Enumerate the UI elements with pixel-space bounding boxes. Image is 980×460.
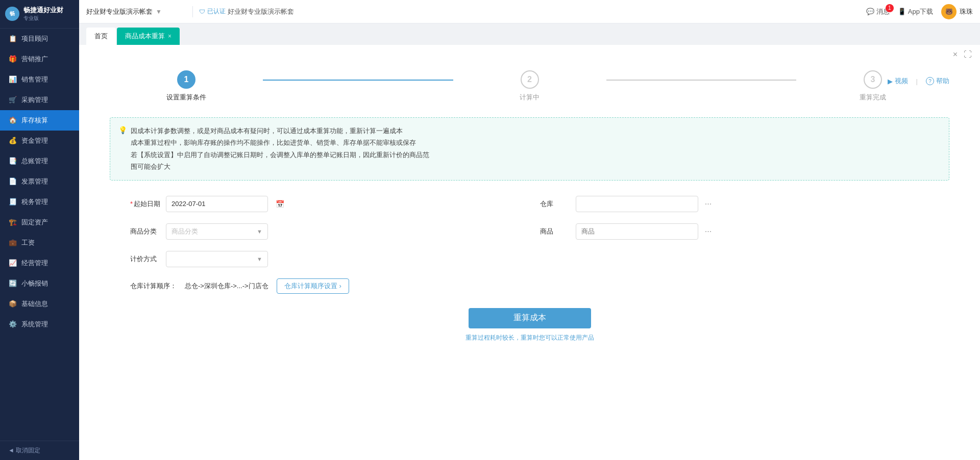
sidebar-item-assets[interactable]: 🏗️ 固定资产 (0, 212, 79, 233)
start-date-input-wrapper: 📅 (166, 196, 288, 212)
goods-dots-button[interactable]: ··· (700, 223, 717, 240)
tab-home[interactable]: 首页 (86, 28, 116, 45)
step-label-2: 计算中 (520, 93, 540, 102)
tab-recalc-label: 商品成本重算 (125, 32, 165, 41)
sidebar-item-label: 固定资产 (21, 218, 48, 227)
app-edition: 专业版 (23, 15, 63, 22)
form-section: *起始日期 📅 仓库 ··· 商 (110, 196, 949, 342)
sidebar-item-sales[interactable]: 📊 销售管理 (0, 69, 79, 90)
sidebar-item-payroll[interactable]: 💼 工资 (0, 233, 79, 253)
start-date-input[interactable] (166, 196, 268, 212)
step-line-2 (606, 80, 797, 81)
system-icon: ⚙️ (8, 320, 17, 329)
step-label-3: 重算完成 (860, 93, 886, 102)
verified-badge: 已认证 (207, 7, 226, 16)
step-circle-2: 2 (521, 70, 539, 89)
phone-icon: 📱 (898, 8, 906, 15)
warehouse-order-settings-button[interactable]: 仓库计算顺序设置 › (277, 278, 349, 294)
sidebar-item-inventory[interactable]: 🏠 库存核算 (0, 110, 79, 131)
warehouse-input[interactable] (576, 196, 698, 212)
sidebar-item-invoice[interactable]: 📄 发票管理 (0, 171, 79, 192)
app-name: 畅捷通好业财 (23, 6, 63, 15)
form-row-1: *起始日期 📅 仓库 ··· (130, 196, 929, 212)
warehouse-label: 仓库 (540, 199, 571, 209)
app-download-button[interactable]: 📱 App下载 (898, 7, 933, 16)
pricing-label: 计价方式 (130, 254, 161, 264)
app-download-label: App下载 (908, 7, 933, 16)
category-select[interactable]: 商品分类 ▼ (166, 223, 268, 240)
account-dropdown-icon[interactable]: ▼ (156, 8, 162, 15)
topbar-account[interactable]: 好业财专业版演示帐套 ▼ (86, 7, 188, 16)
finance-icon: 💰 (8, 136, 17, 145)
sidebar-item-label: 基础信息 (21, 299, 48, 309)
ledger-icon: 📑 (8, 157, 17, 166)
step-circle-3: 3 (864, 70, 882, 89)
sidebar-item-label: 总账管理 (21, 157, 48, 166)
video-help-button[interactable]: ▶ 视频 (888, 76, 908, 86)
warehouse-dots-button[interactable]: ··· (700, 196, 717, 212)
app-logo: 畅 (5, 7, 19, 21)
sidebar-item-label: 经营管理 (21, 259, 48, 268)
username-label: 珠珠 (960, 7, 973, 16)
sidebar-item-project[interactable]: 📋 项目顾问 (0, 29, 79, 49)
goods-input[interactable] (576, 223, 698, 240)
sidebar-item-system[interactable]: ⚙️ 系统管理 (0, 314, 79, 335)
close-icon[interactable]: × (953, 50, 958, 59)
sidebar-item-operations[interactable]: 📈 经营管理 (0, 253, 79, 273)
sidebar-item-purchase[interactable]: 🛒 采购管理 (0, 90, 79, 110)
sidebar-item-label: 资金管理 (21, 136, 48, 145)
step-circle-1: 1 (177, 70, 195, 89)
recalc-section: 重算成本 重算过程耗时较长，重算时您可以正常使用产品 (130, 308, 929, 342)
sidebar-item-label: 税务管理 (21, 197, 48, 207)
start-date-label: *起始日期 (130, 199, 161, 209)
user-avatar-area[interactable]: 🐻 珠珠 (941, 4, 973, 19)
notice-lightbulb-icon: 💡 (118, 126, 127, 134)
pricing-field: 计价方式 ▼ (130, 251, 520, 267)
message-button[interactable]: 💬 消息 1 (866, 7, 890, 16)
sidebar-item-tax[interactable]: 🧾 税务管理 (0, 192, 79, 212)
sidebar-item-marketing[interactable]: 🎁 营销推广 (0, 49, 79, 69)
help-button[interactable]: ? 帮助 (926, 76, 949, 86)
sidebar-item-ledger[interactable]: 📑 总账管理 (0, 151, 79, 171)
tax-icon: 🧾 (8, 197, 17, 207)
help-label: 帮助 (936, 76, 949, 86)
sidebar-item-expense[interactable]: 🔄 小畅报销 (0, 273, 79, 294)
sidebar-item-label: 销售管理 (21, 75, 48, 84)
notice-line-1: 因成本计算参数调整，或是对商品成本有疑问时，可以通过成本重算功能，重新计算一遍成… (131, 125, 940, 137)
content-area: × ⛶ 1 设置重算条件 2 计算中 (79, 45, 980, 460)
chevron-down-icon-pricing: ▼ (257, 256, 262, 262)
sidebar-item-finance[interactable]: 💰 资金管理 (0, 131, 79, 151)
steps-container: 1 设置重算条件 2 计算中 3 重算完成 (110, 70, 949, 102)
goods-label: 商品 (540, 227, 571, 236)
tab-home-label: 首页 (94, 32, 108, 41)
tabbar: 首页 商品成本重算 × (79, 23, 980, 45)
payroll-icon: 💼 (8, 238, 17, 247)
recalculate-button[interactable]: 重算成本 (469, 308, 591, 328)
form-row-3: 计价方式 ▼ (130, 251, 929, 267)
pricing-select[interactable]: ▼ (166, 251, 268, 267)
sidebar-item-label: 营销推广 (21, 55, 48, 64)
project-icon: 📋 (8, 34, 17, 43)
sidebar-pin-toggle[interactable]: ◄ 取消固定 (0, 441, 79, 460)
notice-line-4: 围可能会扩大 (131, 161, 940, 172)
topbar: 好业财专业版演示帐套 ▼ 🛡 已认证 好业财专业版演示帐套 💬 消息 1 📱 A… (79, 0, 980, 23)
notice-line-2: 成本重算过程中，影响库存账的操作均不能操作，比如进货单、销货单、库存单据不能审核… (131, 137, 940, 148)
account-label: 好业财专业版演示帐套 (86, 7, 153, 16)
step-3: 3 重算完成 (796, 70, 949, 102)
tab-close-icon[interactable]: × (168, 33, 172, 40)
tab-recalc[interactable]: 商品成本重算 × (117, 28, 180, 45)
step-label-1: 设置重算条件 (166, 93, 206, 102)
sidebar-item-label: 发票管理 (21, 177, 48, 186)
sidebar-item-label: 库存核算 (21, 116, 48, 125)
sidebar-header: 畅 畅捷通好业财 专业版 (0, 0, 79, 29)
sidebar-item-basic[interactable]: 📦 基础信息 (0, 294, 79, 314)
goods-field: 商品 ··· (540, 223, 929, 240)
expand-icon[interactable]: ⛶ (964, 50, 972, 59)
video-icon: ▶ (888, 78, 893, 85)
message-icon: 💬 (866, 8, 874, 15)
basic-icon: 📦 (8, 299, 17, 309)
avatar: 🐻 (941, 4, 957, 19)
invoice-icon: 📄 (8, 177, 17, 186)
assets-icon: 🏗️ (8, 218, 17, 227)
calendar-icon[interactable]: 📅 (276, 200, 284, 208)
